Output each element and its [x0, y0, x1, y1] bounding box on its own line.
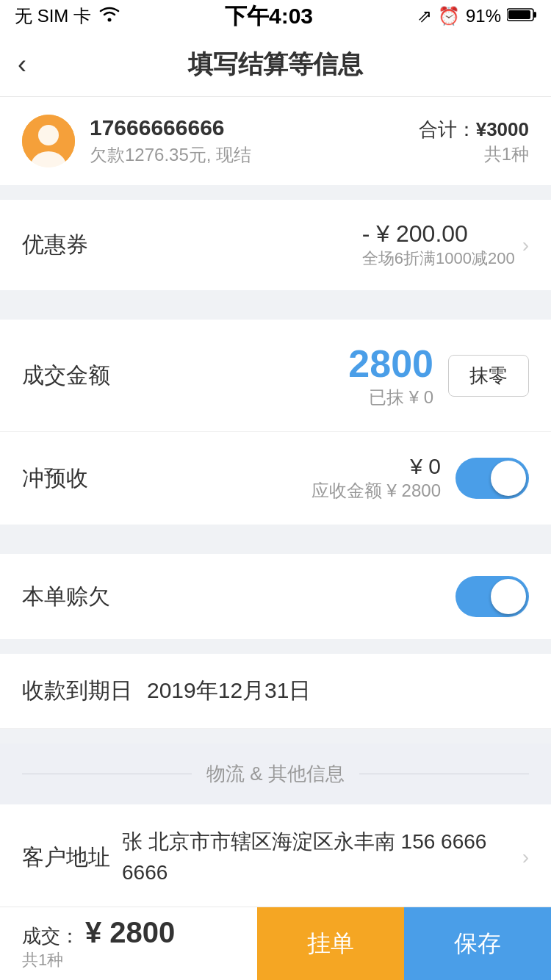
svg-rect-2 — [533, 12, 536, 18]
content-area: 17666666666 欠款1276.35元, 现结 合计：¥3000 共1种 … — [0, 97, 551, 980]
credit-debt-section: 本单赊欠 — [0, 554, 551, 639]
prepayment-toggle[interactable] — [455, 458, 529, 499]
back-button[interactable]: ‹ — [18, 49, 26, 80]
status-time: 下午4:03 — [225, 1, 313, 32]
address-label: 客户地址 — [22, 843, 110, 873]
bottom-summary: 成交： ¥ 2800 共1种 — [0, 916, 257, 971]
address-row[interactable]: 客户地址 张 北京市市辖区海淀区永丰南 156 6666 6666 › — [0, 804, 551, 910]
address-value: 张 北京市市辖区海淀区永丰南 156 6666 6666 — [122, 826, 511, 888]
address-section: 客户地址 张 北京市市辖区海淀区永丰南 156 6666 6666 › — [0, 804, 551, 910]
coupon-row[interactable]: 优惠券 - ¥ 200.00 全场6折满1000减200 › — [0, 200, 551, 290]
total-label: 合计：¥3000 — [419, 117, 529, 143]
battery-label: 91% — [466, 6, 501, 26]
logistics-line-right — [359, 774, 529, 774]
deal-amount-label: 成交金额 — [22, 361, 125, 391]
credit-debt-row: 本单赊欠 — [0, 554, 551, 639]
bottom-bar: 成交： ¥ 2800 共1种 挂单 保存 — [0, 907, 551, 980]
prepayment-sub: 应收金额 ¥ 2800 — [311, 479, 441, 502]
coupon-sub: 全场6折满1000减200 — [362, 248, 515, 270]
customer-info: 17666666666 欠款1276.35元, 现结 — [90, 115, 251, 167]
coupon-value: - ¥ 200.00 全场6折满1000减200 — [362, 220, 515, 270]
coupon-label: 优惠券 — [22, 230, 88, 260]
prepayment-label: 冲预收 — [22, 464, 125, 494]
save-button[interactable]: 保存 — [404, 907, 551, 981]
bottom-deal-row: 成交： ¥ 2800 — [22, 916, 235, 949]
credit-debt-right — [125, 576, 529, 617]
alarm-icon: ⏰ — [438, 6, 460, 26]
prepayment-toggle-thumb — [491, 461, 526, 496]
coupon-right: - ¥ 200.00 全场6折满1000减200 › — [362, 220, 529, 270]
svg-point-5 — [38, 125, 59, 145]
credit-debt-toggle[interactable] — [455, 576, 529, 617]
deal-amount-row: 成交金额 2800 已抹 ¥ 0 抹零 — [0, 320, 551, 432]
prepayment-toggle-track — [455, 458, 529, 499]
prepayment-row: 冲预收 ¥ 0 应收金额 ¥ 2800 — [0, 432, 551, 525]
logistics-divider: 物流 & 其他信息 — [0, 743, 551, 804]
svg-point-0 — [108, 18, 112, 22]
address-chevron-icon: › — [522, 846, 529, 869]
avatar — [22, 115, 75, 167]
customer-sub: 欠款1276.35元, 现结 — [90, 143, 251, 167]
deal-amount-right: 2800 已抹 ¥ 0 抹零 — [125, 342, 529, 409]
battery-icon — [507, 6, 536, 26]
gray-gap-1 — [0, 305, 551, 320]
round-button[interactable]: 抹零 — [448, 355, 529, 397]
due-date-value: 2019年12月31日 — [147, 676, 311, 706]
svg-rect-3 — [508, 10, 530, 19]
due-date-row: 收款到期日 2019年12月31日 — [0, 654, 551, 729]
wifi-icon — [98, 6, 120, 26]
deal-amount-sub: 已抹 ¥ 0 — [369, 386, 433, 409]
nav-bar: ‹ 填写结算等信息 — [0, 32, 551, 97]
logistics-text: 物流 & 其他信息 — [206, 761, 345, 787]
hold-button[interactable]: 挂单 — [257, 907, 404, 981]
total-sub: 共1种 — [419, 143, 529, 166]
coupon-chevron-icon: › — [522, 234, 529, 257]
deal-amount-section: 成交金额 2800 已抹 ¥ 0 抹零 冲预收 ¥ 0 应收金额 ¥ 2800 — [0, 320, 551, 525]
customer-right: 合计：¥3000 共1种 — [419, 117, 529, 166]
gray-gap-2 — [0, 539, 551, 554]
customer-section: 17666666666 欠款1276.35元, 现结 合计：¥3000 共1种 — [0, 97, 551, 185]
due-date-label: 收款到期日 — [22, 676, 132, 706]
credit-debt-toggle-thumb — [491, 579, 526, 614]
credit-debt-toggle-track — [455, 576, 529, 617]
status-right: ⇗ ⏰ 91% — [417, 6, 536, 26]
bottom-deal-amount: ¥ 2800 — [85, 916, 175, 949]
bottom-count: 共1种 — [22, 949, 235, 971]
prepayment-amount: ¥ 0 — [410, 454, 441, 479]
deal-amount-col: 2800 已抹 ¥ 0 — [348, 342, 433, 409]
status-left: 无 SIM 卡 — [15, 4, 120, 28]
logistics-line-left — [22, 774, 192, 774]
coupon-section: 优惠券 - ¥ 200.00 全场6折满1000减200 › — [0, 200, 551, 290]
credit-debt-label: 本单赊欠 — [22, 582, 125, 612]
page-title: 填写结算等信息 — [188, 48, 363, 82]
bottom-deal-label: 成交： — [22, 923, 79, 949]
deal-amount-value: 2800 — [348, 342, 433, 386]
customer-phone: 17666666666 — [90, 115, 251, 140]
coupon-discount: - ¥ 200.00 — [362, 220, 515, 248]
customer-row: 17666666666 欠款1276.35元, 现结 合计：¥3000 共1种 — [0, 97, 551, 185]
sim-label: 无 SIM 卡 — [15, 4, 91, 28]
location-icon: ⇗ — [417, 6, 432, 26]
total-amount: ¥3000 — [476, 118, 529, 140]
due-date-section: 收款到期日 2019年12月31日 — [0, 654, 551, 729]
prepayment-right: ¥ 0 应收金额 ¥ 2800 — [125, 454, 529, 502]
prepayment-col: ¥ 0 应收金额 ¥ 2800 — [311, 454, 441, 502]
status-bar: 无 SIM 卡 下午4:03 ⇗ ⏰ 91% — [0, 0, 551, 32]
customer-left: 17666666666 欠款1276.35元, 现结 — [22, 115, 251, 167]
